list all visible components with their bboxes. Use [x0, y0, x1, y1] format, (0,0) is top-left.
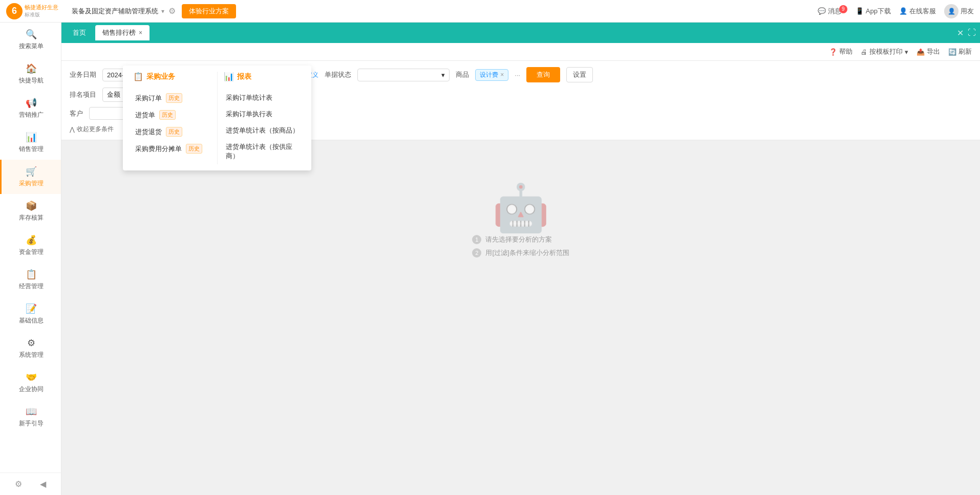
logo-badge: 标准版	[25, 11, 58, 18]
dropdown-arrow-icon[interactable]: ▾	[161, 8, 164, 15]
purchase-title-icon: 📋	[133, 72, 143, 81]
home-icon: 🏠	[26, 63, 37, 74]
doc-status-select[interactable]: ▾	[357, 69, 450, 81]
trial-button[interactable]: 体验行业方案	[182, 4, 236, 18]
sidebar-item-inventory[interactable]: 📦 库存核算	[0, 194, 61, 228]
popup-col-purchase-label: 采购业务	[146, 72, 175, 81]
sidebar-label-finance: 资金管理	[19, 248, 44, 256]
sidebar-label-sales: 销售管理	[19, 145, 44, 154]
user-name: 用友	[961, 7, 974, 16]
app-download-button[interactable]: 📱 App下载	[856, 7, 891, 16]
operations-icon: 📋	[26, 269, 37, 280]
popup-col-purchase-title: 📋 采购业务	[133, 72, 211, 83]
menu-item-return[interactable]: 进货退货 历史	[133, 123, 211, 140]
user-area[interactable]: 👤 用友	[944, 4, 974, 18]
sidebar-item-finance[interactable]: 💰 资金管理	[0, 228, 61, 263]
popup-col-reports-title: 📊 报表	[224, 72, 302, 83]
sidebar-label-search: 搜索菜单	[19, 42, 44, 51]
menu-item-receipt-product[interactable]: 进货单统计表（按商品）	[224, 122, 302, 139]
step-2-text: 用[过滤]条件来缩小分析范围	[485, 248, 569, 257]
empty-state-icon: 🤖	[492, 181, 549, 235]
collapse-up-icon: ⋀	[70, 126, 75, 133]
sidebar-label-quick-nav: 快捷导航	[19, 76, 44, 85]
tab-fullscreen-icon[interactable]: ⛶	[968, 28, 976, 37]
print-button[interactable]: 🖨 按模板打印 ▾	[861, 47, 908, 56]
sidebar-collapse-icon[interactable]: ◀	[40, 479, 46, 489]
sidebar-item-system[interactable]: ⚙ 系统管理	[0, 331, 61, 365]
logo-area: 6 畅捷通好生意 标准版	[6, 3, 68, 19]
sidebar: 🔍 搜索菜单 🏠 快捷导航 📢 营销推广 📊 销售管理 🛒 采购管理 📦 库存核…	[0, 23, 61, 495]
help-button[interactable]: ❓ 帮助	[829, 47, 853, 56]
sidebar-item-operations[interactable]: 📋 经营管理	[0, 263, 61, 297]
sidebar-label-guide: 新手引导	[19, 419, 44, 428]
menu-item-receipt[interactable]: 进货单 历史	[133, 106, 211, 123]
online-service-label: 在线客服	[909, 7, 936, 16]
popup-divider	[217, 72, 218, 164]
gear-icon[interactable]: ⚙	[168, 6, 176, 16]
sidebar-label-system: 系统管理	[19, 351, 44, 359]
menu-item-order-stats[interactable]: 采购订单统计表	[224, 90, 302, 106]
avatar: 👤	[944, 4, 958, 18]
setting-button[interactable]: 设置	[566, 67, 593, 82]
app-download-label: App下载	[866, 7, 891, 16]
sidebar-item-quick-nav[interactable]: 🏠 快捷导航	[0, 57, 61, 91]
refresh-label: 刷新	[958, 47, 972, 56]
export-button[interactable]: 📤 导出	[917, 47, 940, 56]
history-badge-0: 历史	[166, 93, 182, 103]
sidebar-item-purchase[interactable]: 🛒 采购管理	[0, 160, 61, 194]
sidebar-item-basic-info[interactable]: 📝 基础信息	[0, 297, 61, 331]
product-more-icon[interactable]: ···	[515, 71, 520, 79]
sidebar-item-search[interactable]: 🔍 搜索菜单	[0, 23, 61, 57]
tab-sales-rank[interactable]: 销售排行榜 ×	[95, 25, 150, 40]
popup-menu-cols: 📋 采购业务 采购订单 历史 进货单 历史 进货退货	[129, 72, 305, 164]
doc-status-label: 单据状态	[325, 70, 351, 79]
print-icon: 🖨	[861, 48, 867, 56]
menu-item-order-exec[interactable]: 采购订单执行表	[224, 106, 302, 122]
tab-close-icon[interactable]: ×	[139, 29, 142, 36]
menu-item-expense[interactable]: 采购费用分摊单 历史	[133, 140, 211, 157]
order-stats-label: 采购订单统计表	[226, 93, 272, 102]
empty-state-text: 1 请先选择要分析的方案 2 用[过滤]条件来缩小分析范围	[472, 235, 569, 257]
collapse-button[interactable]: ⋀ 收起更多条件	[70, 125, 114, 134]
message-button[interactable]: 💬 消息 9	[818, 7, 847, 16]
customer-label: 客户	[70, 109, 83, 118]
refresh-button[interactable]: 🔄 刷新	[948, 47, 972, 56]
top-header: 6 畅捷通好生意 标准版 装备及固定资产辅助管理系统 ▾ ⚙ 体验行业方案 💬 …	[0, 0, 980, 23]
sidebar-item-sales[interactable]: 📊 销售管理	[0, 125, 61, 160]
receipt-label: 进货单	[135, 111, 155, 120]
purchase-icon: 🛒	[26, 166, 37, 177]
sys-title: 装备及固定资产辅助管理系统 ▾	[72, 7, 164, 16]
print-dropdown-icon[interactable]: ▾	[905, 48, 908, 56]
sidebar-label-inventory: 库存核算	[19, 213, 44, 222]
system-icon: ⚙	[27, 337, 35, 349]
product-tag-text: 设计费	[480, 71, 498, 79]
sales-icon: 📊	[26, 132, 37, 143]
popup-col-reports-label: 报表	[237, 72, 251, 81]
finance-icon: 💰	[26, 234, 37, 246]
page-content: ❓ 帮助 🖨 按模板打印 ▾ 📤 导出 🔄 刷新	[61, 43, 980, 495]
product-tag-close-icon[interactable]: ×	[500, 71, 504, 78]
tab-home[interactable]: 首页	[66, 25, 93, 40]
menu-item-purchase-order[interactable]: 采购订单 历史	[133, 90, 211, 106]
main-layout: 🔍 搜索菜单 🏠 快捷导航 📢 营销推广 📊 销售管理 🛒 采购管理 📦 库存核…	[0, 23, 980, 495]
history-badge-1: 历史	[159, 110, 176, 120]
help-icon: ❓	[829, 48, 837, 56]
history-badge-2: 历史	[166, 127, 182, 137]
sidebar-item-marketing[interactable]: 📢 营销推广	[0, 91, 61, 125]
receipt-supplier-label: 进货单统计表（按供应商）	[226, 142, 300, 161]
service-icon: 👤	[899, 7, 907, 15]
tab-close-all-icon[interactable]: ✕	[957, 28, 964, 38]
refresh-icon: 🔄	[948, 48, 956, 56]
help-label: 帮助	[839, 47, 853, 56]
sidebar-item-guide[interactable]: 📖 新手引导	[0, 400, 61, 434]
sidebar-label-marketing: 营销推广	[19, 111, 44, 119]
menu-item-receipt-supplier[interactable]: 进货单统计表（按供应商）	[224, 139, 302, 164]
tab-home-label: 首页	[73, 28, 86, 37]
query-button[interactable]: 查询	[526, 67, 560, 82]
doc-status-dropdown-icon: ▾	[441, 71, 445, 79]
sidebar-item-enterprise[interactable]: 🤝 企业协同	[0, 365, 61, 400]
online-service-button[interactable]: 👤 在线客服	[899, 7, 936, 16]
receipt-product-label: 进货单统计表（按商品）	[226, 126, 299, 135]
sidebar-settings-icon[interactable]: ⚙	[15, 479, 22, 489]
basic-info-icon: 📝	[26, 303, 37, 314]
